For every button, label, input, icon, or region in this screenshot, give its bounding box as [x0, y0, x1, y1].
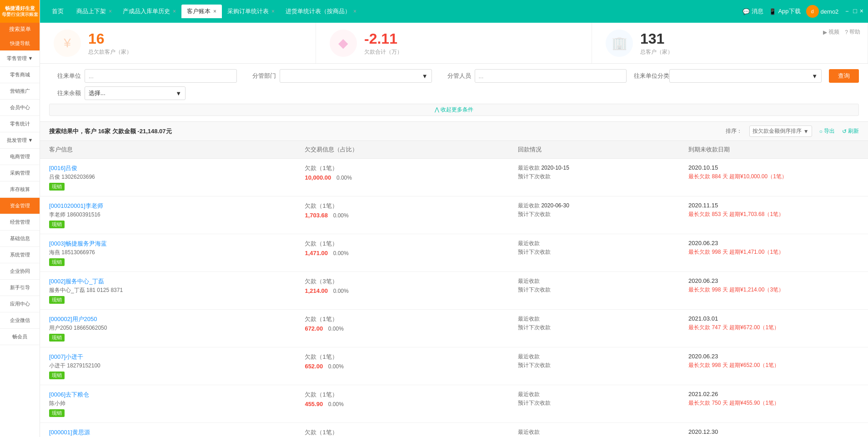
balance-field: 往来余额 选择... ▼ — [49, 86, 186, 100]
message-btn[interactable]: 💬 消息 — [743, 7, 763, 15]
overdue-info-000002: 最长欠款 747 天 超期¥672.00（1笔） — [688, 324, 859, 332]
tab-production-history[interactable]: 产成品入库单历史 × — [117, 5, 181, 18]
col-debt-info: 欠交易信息（占比） — [305, 146, 518, 154]
source-unit-input[interactable]: ... — [85, 69, 237, 83]
sidebar-item-enterprise[interactable]: 企业协同 — [0, 263, 40, 280]
table-area: 客户信息 欠交易信息（占比） 回款情况 到期未收款日期 [0016]吕俊 吕俊 … — [40, 141, 868, 437]
table-row: [0016]吕俊 吕俊 13026203696 现销 欠款（1笔） 10,000… — [40, 159, 868, 196]
unit-category-select[interactable]: ▼ — [669, 69, 822, 83]
customer-cell-0003: [0003]畅捷服务尹海蓝 海燕 18513066976 现销 — [49, 240, 305, 266]
sidebar-item-retail-shop[interactable]: 零售商城 — [0, 67, 40, 83]
dept-arrow-icon: ▼ — [422, 73, 428, 80]
win-close-btn[interactable]: × — [860, 7, 863, 15]
refresh-btn[interactable]: ↺ 刷新 — [842, 127, 859, 135]
customer-name-0002[interactable]: [0002]服务中心_丁磊 — [49, 278, 104, 285]
tab-production-history-close[interactable]: × — [173, 8, 176, 15]
quick-nav-btn[interactable]: 快捷导航 — [0, 36, 40, 50]
search-btn[interactable]: 查询 — [829, 69, 859, 83]
overdue-link-000002[interactable]: 超期¥672.00（1笔） — [729, 324, 779, 331]
balance-select[interactable]: 选择... ▼ — [85, 86, 186, 100]
sidebar-item-wechat[interactable]: 企业微信 — [0, 312, 40, 329]
overdue-link-0007[interactable]: 超期¥652.00（1笔） — [729, 362, 779, 368]
customer-name-0006[interactable]: [0006]去下粮仓 — [49, 391, 89, 398]
tab-purchase-order-stat-close[interactable]: × — [271, 8, 275, 15]
video-btn[interactable]: ▶ 视频 — [823, 28, 839, 36]
sidebar-item-newbie[interactable]: 新手引导 — [0, 280, 40, 296]
customer-name-0016[interactable]: [0016]吕俊 — [49, 165, 77, 171]
overdue-link-0002[interactable]: 超期¥1,214.00（3笔） — [729, 286, 784, 293]
due-cell-0016: 2020.10.15 最长欠款 884 天 超期¥10,000.00（1笔） — [688, 164, 859, 181]
tab-product-listing-close[interactable]: × — [109, 8, 112, 15]
tab-purchase-order-stat[interactable]: 采购订单统计表 × — [222, 5, 280, 18]
customer-name-000001[interactable]: [000001]黄思源 — [49, 429, 90, 436]
export-btn[interactable]: ○ 导出 — [819, 127, 835, 135]
table-row: [000001]黄思源 黄思源 13552700226 现销 欠款（1笔） 42… — [40, 423, 868, 437]
sidebar-item-basic-info[interactable]: 基础信息 — [0, 231, 40, 247]
tab-production-history-label: 产成品入库单历史 — [123, 7, 170, 15]
sidebar-item-member[interactable]: 会员中心 — [0, 100, 40, 116]
person-input[interactable]: ... — [475, 69, 627, 83]
win-maximize-btn[interactable]: □ — [853, 7, 857, 15]
sidebar-item-operation[interactable]: 经营管理 — [0, 214, 40, 231]
sidebar-item-vip[interactable]: 畅会员 — [0, 329, 40, 345]
last-payment-0006: 最近收款 — [518, 391, 688, 398]
collapse-icon: ⋀ — [435, 106, 441, 113]
customer-tag-0016: 现销 — [49, 183, 65, 191]
debt-count-0001020001: 欠款（1笔） — [305, 202, 518, 210]
sidebar-item-batch-mgmt[interactable]: 批发管理 ▼ — [0, 132, 40, 149]
customer-sub-0002: 服务中心_丁磊 181 0125 8371 — [49, 286, 305, 294]
app-logo: 畅捷通好生意 母婴行业演示账套 — [0, 0, 40, 23]
due-date-0002: 2020.06.23 — [688, 277, 859, 284]
sort-select[interactable]: 按欠款金额倒序排序 ▼ — [749, 126, 812, 137]
customer-cell-0002: [0002]服务中心_丁磊 服务中心_丁磊 181 0125 8371 现销 — [49, 277, 305, 304]
collapse-btn[interactable]: ⋀ 收起更多条件 — [49, 104, 859, 116]
help-btn[interactable]: ? 帮助 — [845, 28, 860, 36]
dept-select[interactable]: ▼ — [280, 69, 432, 83]
overdue-link-0016[interactable]: 超期¥10,000.00（1笔） — [729, 173, 787, 180]
table-row: [0002]服务中心_丁磊 服务中心_丁磊 181 0125 8371 现销 欠… — [40, 272, 868, 310]
tab-product-listing[interactable]: 商品上下架 × — [71, 5, 117, 18]
overdue-link-0001020001[interactable]: 超期¥1,703.68（1笔） — [729, 211, 784, 217]
customer-name-0001020001[interactable]: [0001020001]李老师 — [49, 202, 103, 209]
customer-name-0003[interactable]: [0003]畅捷服务尹海蓝 — [49, 240, 107, 247]
customer-cell-000001: [000001]黄思源 黄思源 13552700226 现销 — [49, 428, 305, 437]
tab-product-listing-label: 商品上下架 — [76, 7, 106, 15]
overdue-link-0006[interactable]: 超期¥455.90（1笔） — [729, 400, 779, 406]
customer-cell-0016: [0016]吕俊 吕俊 13026203696 现销 — [49, 164, 305, 191]
app-download-btn[interactable]: 📱 App下载 — [769, 7, 800, 15]
user-menu[interactable]: d demo2 — [806, 5, 839, 18]
win-minimize-btn[interactable]: － — [844, 7, 850, 15]
customer-sub-0001020001: 李老师 18600391516 — [49, 211, 305, 219]
tab-home[interactable]: 首页 — [45, 5, 71, 18]
sidebar-item-system[interactable]: 系统管理 — [0, 247, 40, 263]
sidebar-item-ecommerce[interactable]: 电商管理 — [0, 149, 40, 165]
result-bar: 搜索结果中，客户 16家 欠款金额 -21,148.07元 排序： 按欠款金额倒… — [40, 122, 868, 141]
sidebar-item-retail-stat[interactable]: 零售统计 — [0, 116, 40, 132]
debt-customers-number: 16 — [88, 30, 132, 47]
debt-count-0002: 欠款（3笔） — [305, 277, 518, 286]
tab-customer-account-close[interactable]: × — [213, 8, 216, 15]
sidebar-item-app-center[interactable]: 应用中心 — [0, 296, 40, 312]
result-customer-count: 16家 — [98, 128, 110, 135]
sidebar-item-finance[interactable]: 资金管理 — [0, 198, 40, 214]
customer-tag-000002: 现销 — [49, 334, 65, 342]
tab-purchase-stat-by-product-close[interactable]: × — [353, 8, 356, 15]
tab-customer-account[interactable]: 客户账本 × — [181, 5, 222, 18]
customer-name-000002[interactable]: [000002]用户2050 — [49, 316, 97, 322]
sidebar-item-retail-mgmt[interactable]: 零售管理 ▼ — [0, 50, 40, 67]
sidebar-item-marketing[interactable]: 营销推广 — [0, 83, 40, 100]
last-payment-0002: 最近收款 — [518, 277, 688, 285]
sort-label: 排序： — [726, 127, 742, 135]
result-debt-prefix: 欠款金额 — [112, 128, 136, 135]
sidebar-item-purchase[interactable]: 采购管理 — [0, 165, 40, 181]
user-avatar: d — [806, 5, 819, 18]
overdue-link-0003[interactable]: 超期¥1,471.00（1笔） — [729, 249, 784, 255]
tab-purchase-stat-by-product[interactable]: 进货单统计表（按商品） × — [280, 5, 362, 18]
customer-name-0007[interactable]: [0007]小迸干 — [49, 353, 83, 360]
search-menu-btn[interactable]: 搜索菜单 — [0, 23, 40, 36]
sidebar-item-inventory[interactable]: 库存核算 — [0, 181, 40, 198]
col-customer-info: 客户信息 — [49, 146, 305, 154]
table-header: 客户信息 欠交易信息（占比） 回款情况 到期未收款日期 — [40, 141, 868, 159]
debt-cell-0002: 欠款（3笔） 1,214.00 0.00% — [305, 277, 518, 294]
debt-count-000001: 欠款（1笔） — [305, 428, 518, 437]
